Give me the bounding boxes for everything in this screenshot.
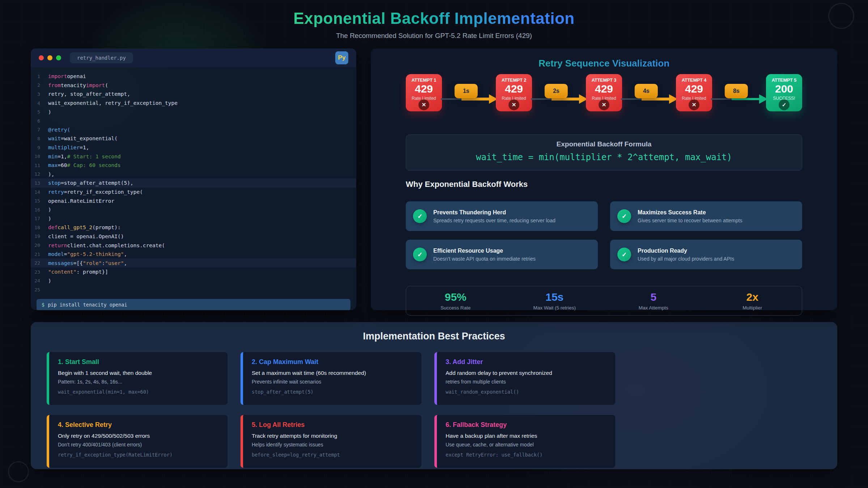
practice-title: 4. Selective Retry: [58, 421, 219, 429]
line-number: 14: [31, 189, 48, 195]
stats-bar: 95%Success Rate15sMax Wait (5 retries)5M…: [406, 286, 802, 316]
stat-label: Success Rate: [406, 305, 505, 311]
code-token-comment: # Start: 1 second: [67, 154, 120, 159]
code-token-plain: ): [48, 109, 51, 115]
attempt-label: ATTEMPT 1: [406, 78, 442, 83]
code-line: 24): [31, 277, 356, 286]
attempt-status-code: 429: [406, 83, 442, 95]
code-token-param: wait: [48, 136, 61, 141]
stat-item: 2xMultiplier: [703, 291, 802, 311]
retry-connector: 2s: [532, 74, 586, 111]
code-line: 2fromtenacityimport(: [31, 81, 356, 90]
practice-card: 1. Start SmallBegin with 1 second wait, …: [47, 352, 227, 405]
code-token-plain: tenacity: [61, 82, 86, 88]
code-token-plain: ,: [124, 260, 127, 266]
benefit-card: ✓Efficient Resource UsageDoesn't waste A…: [406, 240, 598, 269]
code-token-kw: from: [48, 82, 61, 88]
practice-card: 6. Fallback StrategyHave a backup plan a…: [434, 415, 615, 468]
line-number: 3: [31, 91, 48, 97]
code-token-kw: import: [86, 82, 105, 88]
benefit-text: Efficient Resource UsageDoesn't waste AP…: [433, 248, 536, 262]
editor-tab-filename[interactable]: retry_handler.py: [70, 52, 133, 63]
line-number: 13: [31, 180, 48, 186]
page-title: Exponential Backoff Implementation: [293, 9, 574, 27]
practice-code-snippet: wait_exponential(min=1, max=60): [58, 389, 219, 395]
code-token-param: multiplier: [48, 145, 80, 150]
code-token-param: max: [48, 162, 58, 168]
x-mark-icon: ✕: [418, 99, 429, 110]
code-line: 19client = openai.OpenAI(): [31, 232, 356, 241]
wait-time-badge: 2s: [545, 84, 568, 98]
viz-title: Retry Sequence Visualization: [406, 58, 802, 69]
code-line: 8wait=wait_exponential(: [31, 134, 356, 143]
close-window-button[interactable]: [39, 55, 44, 60]
page-subtitle: The Recommended Solution for GPT-5.2 Rat…: [0, 32, 868, 40]
line-number: 9: [31, 145, 48, 150]
x-mark-icon: ✕: [599, 99, 609, 110]
attempt-box-1: ATTEMPT 1429Rate Limited✕: [406, 74, 442, 111]
retry-visualization-panel: Retry Sequence Visualization ATTEMPT 142…: [371, 48, 837, 310]
page-header: Exponential Backoff Implementation The R…: [0, 0, 868, 40]
practice-line1: Track retry attempts for monitoring: [252, 433, 413, 439]
code-token-plain: =wait_exponential(: [61, 136, 118, 141]
stat-label: Multiplier: [703, 305, 802, 311]
attempt-status-code: 429: [676, 83, 712, 95]
minimize-window-button[interactable]: [47, 55, 52, 60]
line-number: 22: [31, 260, 48, 266]
practice-code-snippet: retry_if_exception_type(RateLimitError): [58, 452, 219, 458]
practice-title: 1. Start Small: [58, 358, 219, 366]
code-line: 6: [31, 116, 356, 125]
stat-item: 15sMax Wait (5 retries): [505, 291, 604, 311]
line-number: 6: [31, 118, 48, 124]
line-number: 23: [31, 269, 48, 275]
line-number: 25: [31, 287, 48, 292]
benefit-title: Efficient Resource Usage: [433, 248, 536, 254]
code-line: 22messages=[{"role":"user",: [31, 258, 356, 267]
practice-line2: Pattern: 1s, 2s, 4s, 8s, 16s...: [58, 379, 219, 385]
formula-box: Exponential Backoff Formula wait_time = …: [406, 134, 802, 171]
maximize-window-button[interactable]: [56, 55, 61, 60]
practice-code-snippet: wait_random_exponential(): [446, 389, 607, 395]
practice-card: 2. Cap Maximum WaitSet a maximum wait ti…: [241, 352, 421, 405]
formula-expression: wait_time = min(multiplier * 2^attempt, …: [406, 152, 802, 162]
terminal-prompt: $: [42, 302, 44, 308]
wait-time-badge: 8s: [725, 84, 748, 98]
code-editor-panel: retry_handler.py Py 1importopenai2fromte…: [31, 48, 356, 310]
code-line: 17): [31, 214, 356, 223]
code-line: 4wait_exponential, retry_if_exception_ty…: [31, 99, 356, 108]
benefit-description: Gives server time to recover between att…: [638, 218, 742, 223]
why-heading: Why Exponential Backoff Works: [406, 180, 802, 189]
code-token-plain: =stop_after_attempt(5),: [61, 180, 133, 186]
code-token-plain: =: [64, 251, 67, 257]
practice-code-snippet: except RetryError: use_fallback(): [446, 452, 607, 458]
line-number: 1: [31, 74, 48, 79]
line-number: 15: [31, 198, 48, 204]
attempt-label: ATTEMPT 5: [766, 78, 802, 83]
code-token-func: call_gpt5_2: [58, 224, 92, 230]
retry-connector: 1s: [442, 74, 496, 111]
code-token-plain: client.chat.completions.create(: [67, 243, 165, 248]
benefit-description: Spreads retry requests over time, reduci…: [433, 218, 556, 223]
x-mark-icon: ✕: [509, 99, 519, 110]
code-token-plain: : prompt}]: [77, 269, 108, 275]
code-token-param: retry: [48, 189, 64, 195]
line-number: 24: [31, 278, 48, 283]
check-circle-icon: ✓: [617, 209, 631, 223]
attempt-box-3: ATTEMPT 3429Rate Limited✕: [586, 74, 622, 111]
wait-time-badge: 4s: [635, 84, 658, 98]
practice-line1: Only retry on 429/500/502/503 errors: [58, 433, 219, 439]
stat-item: 95%Success Rate: [406, 291, 505, 311]
line-number: 18: [31, 225, 48, 230]
code-line: 23"content": prompt}]: [31, 267, 356, 277]
formula-title: Exponential Backoff Formula: [406, 140, 802, 148]
check-circle-icon: ✓: [413, 248, 427, 261]
code-line: 14retry=retry_if_exception_type(: [31, 188, 356, 197]
practice-line1: Have a backup plan after max retries: [446, 433, 607, 439]
code-token-kw: return: [48, 243, 67, 248]
practice-title: 6. Fallback Strategy: [446, 421, 607, 429]
code-line: 16): [31, 205, 356, 214]
stat-value: 2x: [703, 291, 802, 303]
code-line: 5): [31, 107, 356, 116]
code-token-plain: wait_exponential, retry_if_exception_typ…: [48, 100, 178, 106]
code-token-plain: (: [105, 82, 108, 88]
